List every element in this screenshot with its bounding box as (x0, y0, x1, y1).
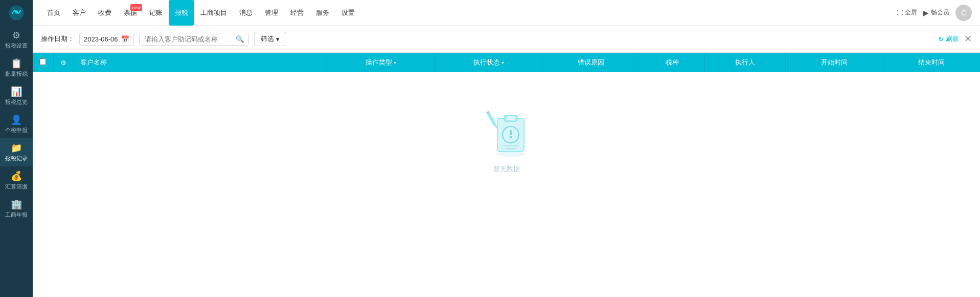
topnav-item-services[interactable]: 服务 (310, 0, 335, 26)
topnav-item-settings[interactable]: 设置 (335, 0, 361, 26)
content-area: 操作日期： 2023-06-06 📅 🔍 筛选 ▾ ↻ 刷新 (33, 26, 980, 297)
member-btn[interactable]: ▶ 畅会员 (923, 8, 949, 17)
topnav-label-home: 首页 (47, 8, 60, 17)
remittance-icon: 💰 (11, 171, 22, 182)
close-button[interactable]: ✕ (964, 33, 972, 45)
filter-label: 筛选 (261, 34, 274, 44)
sidebar-item-remittance[interactable]: 💰 汇算清缴 (0, 166, 33, 195)
calendar-icon: 📅 (121, 35, 129, 43)
tax-records-icon: 📁 (11, 142, 22, 154)
topnav-label-management: 管理 (265, 8, 278, 17)
video-icon: ▶ (923, 9, 929, 17)
sidebar-item-personal-tax[interactable]: 👤 个税申报 (0, 110, 33, 138)
avatar-initials: C (961, 9, 966, 17)
data-table: ⚙客户名称操作类型▾执行状态▾错误原因税种执行人开始时间结束时间 (33, 53, 980, 72)
svg-point-10 (509, 136, 512, 139)
badge-new-invoice: new (130, 4, 142, 11)
search-icon: 🔍 (236, 35, 244, 43)
sidebar: ⚙ 报税设置 📋 批量报税 📊 报税总览 👤 个税申报 📁 报税记录 💰 汇算清… (0, 0, 33, 297)
avatar[interactable]: C (955, 5, 972, 21)
topnav-item-invoice[interactable]: 票据new (118, 0, 143, 26)
sidebar-label-remittance: 汇算清缴 (5, 183, 28, 190)
chevron-down-icon: ▾ (276, 35, 280, 43)
close-icon: ✕ (964, 34, 972, 44)
refresh-button[interactable]: ↻ 刷新 (938, 34, 959, 44)
topnav-label-services: 服务 (316, 8, 329, 17)
sidebar-item-tax-records[interactable]: 📁 报税记录 (0, 138, 33, 166)
topnav-label-tax: 报税 (175, 8, 188, 17)
sidebar-item-tax-overview[interactable]: 📊 报税总览 (0, 82, 33, 110)
empty-text: 暂无数据 (493, 164, 520, 174)
toolbar: 操作日期： 2023-06-06 📅 🔍 筛选 ▾ ↻ 刷新 (33, 26, 980, 53)
sort-icon-exec_status: ▾ (502, 60, 504, 66)
date-picker[interactable]: 2023-06-06 📅 (79, 33, 134, 46)
sidebar-label-personal-tax: 个税申报 (5, 126, 28, 134)
topnav-item-management[interactable]: 管理 (259, 0, 284, 26)
col-header-start_time: 开始时间 (786, 53, 883, 72)
sidebar-label-tax-settings: 报税设置 (5, 42, 28, 50)
search-box: 🔍 (139, 33, 249, 46)
annual-report-icon: 🏢 (11, 199, 22, 210)
sidebar-item-tax-settings[interactable]: ⚙ 报税设置 (0, 26, 33, 54)
svg-point-13 (496, 152, 525, 157)
personal-tax-icon: 👤 (11, 114, 22, 125)
col-header-client_name: 客户名称 (74, 53, 327, 72)
topnav-item-tax[interactable]: 报税 (169, 0, 194, 26)
date-value: 2023-06-06 (84, 35, 118, 43)
col-header-end_time: 结束时间 (883, 53, 980, 72)
table-container: ⚙客户名称操作类型▾执行状态▾错误原因税种执行人开始时间结束时间 (33, 53, 980, 297)
topnav-item-messages[interactable]: 消息 (233, 0, 259, 26)
date-label: 操作日期： (41, 34, 74, 44)
col-header-error_reason: 错误原因 (542, 53, 640, 72)
search-input[interactable] (140, 33, 232, 45)
topnav-item-operations[interactable]: 经营 (284, 0, 310, 26)
topnav-item-home[interactable]: 首页 (41, 0, 66, 26)
svg-rect-11 (503, 145, 519, 146)
sort-icon-operation_type: ▾ (394, 60, 396, 66)
col-header-operation_type[interactable]: 操作类型▾ (327, 53, 435, 72)
col-header-exec_status[interactable]: 执行状态▾ (435, 53, 542, 72)
refresh-label: 刷新 (946, 34, 959, 44)
col-header-settings: ⚙ (53, 53, 74, 72)
svg-rect-9 (510, 130, 512, 135)
col-header-checkbox (33, 53, 53, 72)
svg-rect-7 (507, 116, 515, 120)
topnav-label-operations: 经营 (290, 8, 304, 17)
topnav-item-business[interactable]: 工商项目 (194, 0, 233, 26)
select-all-checkbox[interactable] (39, 58, 46, 65)
topnav-label-messages: 消息 (239, 8, 253, 17)
svg-rect-12 (505, 148, 516, 150)
fullscreen-icon: ⛶ (897, 9, 903, 16)
fullscreen-label: 全屏 (905, 8, 917, 17)
main-area: 首页客户收费票据new记账报税工商项目消息管理经营服务设置 ⛶ 全屏 ▶ 畅会员… (33, 0, 980, 297)
topnav-item-clients[interactable]: 客户 (66, 0, 92, 26)
refresh-icon: ↻ (938, 35, 944, 43)
sidebar-logo (0, 0, 33, 26)
empty-illustration (481, 103, 532, 159)
member-label: 畅会员 (931, 8, 949, 17)
sidebar-label-tax-overview: 报税总览 (5, 98, 28, 106)
col-header-executor: 执行人 (704, 53, 786, 72)
svg-rect-2 (486, 112, 496, 125)
tax-overview-icon: 📊 (11, 86, 22, 97)
topnav-label-billing: 收费 (98, 8, 111, 17)
sidebar-label-annual-report: 工商年报 (5, 211, 28, 219)
col-header-tax_type: 税种 (640, 53, 704, 72)
sidebar-item-annual-report[interactable]: 🏢 工商年报 (0, 195, 33, 223)
fullscreen-btn[interactable]: ⛶ 全屏 (897, 8, 917, 17)
sidebar-label-batch-tax: 批量报税 (5, 70, 28, 78)
topnav-item-billing[interactable]: 收费 (92, 0, 118, 26)
topnav-label-settings: 设置 (341, 8, 355, 17)
svg-point-1 (15, 10, 18, 13)
sidebar-item-batch-tax[interactable]: 📋 批量报税 (0, 54, 33, 82)
topnav-item-accounting[interactable]: 记账 (143, 0, 169, 26)
topnav-label-business: 工商项目 (200, 8, 227, 17)
topnav-label-accounting: 记账 (149, 8, 163, 17)
search-button[interactable]: 🔍 (232, 33, 248, 45)
filter-button[interactable]: 筛选 ▾ (254, 32, 286, 46)
empty-state: 暂无数据 (33, 72, 980, 204)
tax-settings-icon: ⚙ (12, 30, 20, 41)
toolbar-right: ↻ 刷新 ✕ (938, 33, 972, 45)
table-settings-icon[interactable]: ⚙ (60, 59, 66, 67)
topnav-label-clients: 客户 (73, 8, 86, 17)
